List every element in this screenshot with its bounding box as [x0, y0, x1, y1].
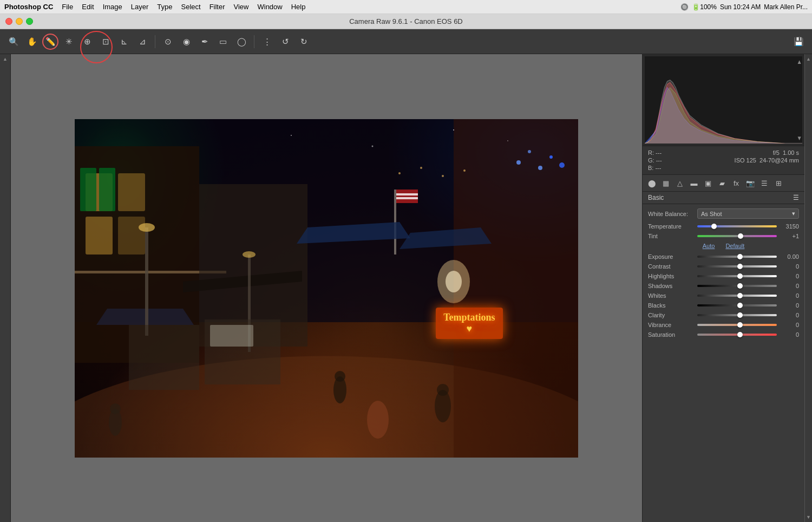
menu-image[interactable]: Image	[99, 3, 127, 11]
right-scroll-down[interactable]: ▼	[806, 514, 811, 520]
redeye-tool[interactable]: ◉	[178, 34, 194, 50]
split-toning-icon[interactable]: ▬	[688, 177, 700, 189]
blacks-thumb[interactable]	[737, 303, 743, 308]
exposure-thumb[interactable]	[737, 254, 743, 259]
svg-point-41	[549, 155, 553, 159]
svg-rect-33	[210, 325, 253, 347]
vibrance-slider[interactable]	[697, 324, 777, 326]
shadows-label: Shadows	[648, 283, 694, 289]
highlights-thumb[interactable]	[737, 273, 743, 279]
blacks-row: Blacks 0	[648, 302, 799, 309]
menu-view[interactable]: View	[230, 3, 253, 11]
aperture-shutter: f/5 1.00 s	[735, 149, 799, 156]
tint-thumb[interactable]	[738, 233, 743, 239]
straighten-tool[interactable]: ⊾	[116, 34, 132, 50]
graduated-filter[interactable]: ▭	[215, 34, 231, 50]
auto-button[interactable]: Auto	[703, 243, 715, 249]
histogram-chart: ▲ ▼	[645, 56, 802, 143]
camera-calibration-icon[interactable]: 📷	[744, 177, 756, 189]
preferences-button[interactable]: ⋮	[259, 34, 275, 50]
vibrance-slider-wrap	[697, 324, 777, 326]
clarity-thumb[interactable]	[737, 312, 743, 318]
crop-tool[interactable]: ⊡	[97, 34, 114, 50]
contrast-thumb[interactable]	[737, 264, 743, 269]
basic-icon[interactable]: ⬤	[646, 177, 658, 189]
window-controls[interactable]	[5, 18, 33, 25]
transform-tool[interactable]: ⊿	[134, 34, 150, 50]
menu-filter[interactable]: Filter	[205, 3, 230, 11]
white-balance-select[interactable]: As Shot ▾	[697, 208, 799, 219]
right-scroll-up[interactable]: ▲	[806, 56, 811, 62]
vibrance-thumb[interactable]	[737, 322, 743, 328]
svg-text:▲: ▲	[797, 58, 802, 65]
left-scroll-up[interactable]: ▲	[3, 56, 8, 62]
minimize-button[interactable]	[16, 18, 23, 25]
hsl-icon[interactable]: △	[674, 177, 686, 189]
menu-edit[interactable]: Edit	[77, 3, 98, 11]
shadows-slider[interactable]	[697, 285, 777, 287]
neon-heart: ♥	[443, 323, 495, 335]
saturation-label: Saturation	[648, 331, 694, 338]
menu-window[interactable]: Window	[253, 3, 286, 11]
hand-tool[interactable]: ✋	[24, 34, 40, 50]
white-balance-tool[interactable]: ✳	[61, 34, 77, 50]
radial-filter[interactable]: ◯	[233, 34, 250, 50]
app-name: Photoshop CC	[4, 3, 53, 11]
window-title: Camera Raw 9.6.1 - Canon EOS 6D	[349, 17, 463, 25]
effects-icon[interactable]: fx	[730, 177, 742, 189]
highlights-slider[interactable]	[697, 275, 777, 277]
clarity-slider[interactable]	[697, 314, 777, 316]
blacks-slider[interactable]	[697, 304, 777, 306]
targeted-adjust-tool[interactable]: ⊕	[79, 34, 95, 50]
lens-corrections-icon[interactable]: ▰	[716, 177, 728, 189]
temperature-thumb[interactable]	[711, 224, 717, 229]
info-bar: R: --- G: --- B: --- f/5 1.00 s ISO 125 …	[643, 146, 804, 175]
spot-removal-tool[interactable]: ⊙	[160, 34, 176, 50]
shadows-thumb[interactable]	[737, 283, 743, 289]
color-sampler-tool[interactable]: ✏️	[42, 34, 58, 50]
neon-sign: Temptations ♥	[436, 308, 502, 339]
whites-thumb[interactable]	[737, 293, 743, 298]
tint-slider[interactable]	[697, 235, 777, 237]
adjustment-brush[interactable]: ✒	[197, 34, 213, 50]
tone-curve-icon[interactable]: ▦	[660, 177, 672, 189]
white-balance-value: As Shot	[701, 211, 722, 217]
temperature-row: Temperature 3150	[648, 223, 799, 230]
whites-slider-wrap	[697, 295, 777, 297]
svg-rect-7	[99, 168, 115, 211]
whites-slider[interactable]	[697, 295, 777, 297]
menu-type[interactable]: Type	[153, 3, 176, 11]
zoom-tool[interactable]: 🔍	[5, 34, 22, 50]
saturation-slider[interactable]	[697, 334, 777, 336]
highlights-slider-wrap	[697, 275, 777, 277]
saturation-thumb[interactable]	[737, 332, 743, 337]
contrast-slider[interactable]	[697, 265, 777, 267]
exposure-slider[interactable]	[697, 256, 777, 258]
default-button[interactable]: Default	[725, 243, 744, 249]
rotate-cw[interactable]: ↻	[296, 34, 312, 50]
menu-file[interactable]: File	[57, 3, 77, 11]
left-panel: ▲	[0, 54, 11, 522]
detail-icon[interactable]: ▣	[702, 177, 714, 189]
photo-canvas: Temptations ♥	[75, 119, 578, 458]
snapshots-icon[interactable]: ⊞	[772, 177, 784, 189]
svg-rect-6	[80, 168, 96, 211]
menu-help[interactable]: Help	[287, 3, 310, 11]
panel-icons-toolbar: ⬤ ▦ △ ▬ ▣ ▰ fx 📷 ☰ ⊞	[643, 175, 804, 192]
close-button[interactable]	[5, 18, 12, 25]
blacks-value: 0	[780, 302, 799, 309]
menu-select[interactable]: Select	[176, 3, 205, 11]
temperature-slider[interactable]	[697, 225, 777, 227]
shadows-slider-wrap	[697, 285, 777, 287]
svg-point-34	[291, 135, 292, 136]
saturation-value: 0	[780, 331, 799, 338]
canvas-area[interactable]: Temptations ♥	[11, 54, 642, 522]
shadows-value: 0	[780, 283, 799, 289]
panel-menu-icon[interactable]: ☰	[793, 194, 799, 201]
maximize-button[interactable]	[26, 18, 33, 25]
menu-layer[interactable]: Layer	[127, 3, 153, 11]
rotate-ccw[interactable]: ↺	[277, 34, 293, 50]
save-button[interactable]: 💾	[790, 34, 807, 50]
presets-icon[interactable]: ☰	[758, 177, 770, 189]
svg-rect-19	[396, 193, 418, 195]
